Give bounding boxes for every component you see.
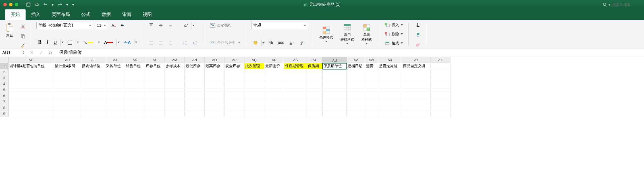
cell-AJ7[interactable] [105,99,125,105]
cell-AL2[interactable] [145,69,165,75]
cell-AR1[interactable]: 最新进价 [264,63,284,69]
cell-AV6[interactable] [347,93,365,99]
cell-AZ4[interactable] [431,81,450,87]
format-cells-button[interactable]: 格式 [383,40,405,47]
cell-AN7[interactable] [185,99,205,105]
insert-cells-button[interactable]: 插入 [383,21,405,29]
cell-AN5[interactable] [185,87,205,93]
decrease-indent-button[interactable] [181,40,189,46]
cell-AK9[interactable] [125,111,145,117]
copy-button[interactable] [19,32,27,40]
cell-style-button[interactable]: 单元 格样式 [359,22,374,46]
autosum-button[interactable]: Σ [414,21,422,29]
cell-AM8[interactable] [165,105,185,111]
cell-AS5[interactable] [284,87,307,93]
cell-AS4[interactable] [284,81,307,87]
cell-AQ2[interactable] [244,69,264,75]
cell-AG4[interactable] [9,81,54,87]
cell-AW9[interactable] [365,111,378,117]
cell-AU4[interactable] [323,81,347,87]
col-header-AR[interactable]: AR [264,57,284,63]
cell-AY7[interactable] [402,99,431,105]
cell-AW2[interactable] [365,69,378,75]
font-color-button[interactable]: A [102,39,115,46]
cell-AS1[interactable]: 保质期管理 [284,63,307,69]
cell-AH7[interactable] [54,99,81,105]
cell-AY5[interactable] [402,87,431,93]
redo-dropdown-icon[interactable]: ▾ [66,3,68,7]
cell-AV7[interactable] [347,99,365,105]
cell-AW3[interactable] [365,75,378,81]
col-header-AG[interactable]: AG [9,57,54,63]
cell-AK2[interactable] [125,69,145,75]
cell-AH9[interactable] [54,111,81,117]
orientation-button[interactable]: ab [181,22,190,29]
tab-插入[interactable]: 插入 [26,9,46,20]
tab-开始[interactable]: 开始 [5,9,26,20]
cell-AV1[interactable]: 建档日期 [347,63,365,69]
cell-AL7[interactable] [145,99,165,105]
cell-AU7[interactable] [323,99,347,105]
cell-AW6[interactable] [365,93,378,99]
cell-AG8[interactable] [9,105,54,111]
cell-AH3[interactable] [54,75,81,81]
underline-button[interactable]: U [52,38,59,46]
cell-AJ5[interactable] [105,87,125,93]
format-painter-button[interactable] [19,42,27,50]
phonetic-button[interactable]: abcA [122,39,132,46]
cell-AI3[interactable] [81,75,105,81]
cell-AY3[interactable] [402,75,431,81]
cell-AN2[interactable] [185,69,205,75]
increase-font-button[interactable]: A▴ [110,22,117,29]
cell-AX3[interactable] [378,75,402,81]
cell-AQ1[interactable]: 批次管理 [244,63,264,69]
cell-AQ3[interactable] [244,75,264,81]
cell-AO5[interactable] [205,87,225,93]
tab-数据[interactable]: 数据 [96,9,117,20]
cell-AR2[interactable] [264,69,284,75]
align-center-button[interactable] [157,40,165,46]
cell-AO1[interactable]: 最高库存 [205,63,225,69]
increase-decimal-button[interactable]: .0.00 [288,40,297,46]
cell-AU9[interactable] [323,111,347,117]
cell-AK3[interactable] [125,75,145,81]
cell-AZ3[interactable] [431,75,450,81]
cell-AL9[interactable] [145,111,165,117]
col-header-AS[interactable]: AS [284,57,307,63]
save-icon[interactable] [26,2,31,7]
border-dropdown[interactable] [76,39,80,46]
cell-AM1[interactable]: 参考成本 [165,63,185,69]
cell-AK1[interactable]: 销售单位 [125,63,145,69]
cell-AI9[interactable] [81,111,105,117]
cell-AM6[interactable] [165,93,185,99]
row-header-3[interactable]: 3 [0,75,9,81]
cell-AX5[interactable] [378,87,402,93]
font-size-select[interactable]: 11 [95,22,108,29]
fill-color-button[interactable] [81,40,95,45]
cell-AS7[interactable] [284,99,307,105]
cell-AJ1[interactable]: 采购单位 [105,63,125,69]
align-bottom-button[interactable] [167,22,174,29]
cell-AO2[interactable] [205,69,225,75]
cell-AQ7[interactable] [244,99,264,105]
cell-AR3[interactable] [264,75,284,81]
cell-AU8[interactable] [323,105,347,111]
align-left-button[interactable] [147,40,155,46]
cell-AN4[interactable] [185,81,205,87]
cell-AQ5[interactable] [244,87,264,93]
col-header-AI[interactable]: AI [81,57,105,63]
cell-AO8[interactable] [205,105,225,111]
tab-公式[interactable]: 公式 [76,9,96,20]
fx-icon[interactable]: fx [46,50,56,55]
cell-AY8[interactable] [402,105,431,111]
col-header-AL[interactable]: AL [145,57,165,63]
cell-AV4[interactable] [347,81,365,87]
col-header-AQ[interactable]: AQ [244,57,264,63]
qat-customize-icon[interactable]: ▾ [72,3,74,7]
cell-AL8[interactable] [145,105,165,111]
cell-AK4[interactable] [125,81,145,87]
cell-AS8[interactable] [284,105,307,111]
cell-AI1[interactable]: 报表辅单位 [81,63,105,69]
decrease-decimal-button[interactable]: .00.0 [298,40,308,46]
cell-AG1[interactable]: 辅计量4是否包装单位 [9,63,54,69]
